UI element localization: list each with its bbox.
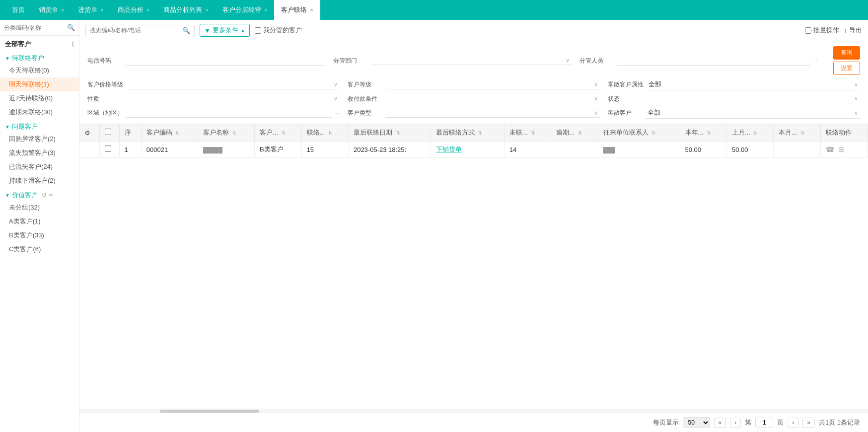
chevron-down-icon: ∨ [334,81,338,88]
collapse-icon[interactable]: 《 [69,41,74,48]
nav-purchase-order[interactable]: 进货单 × [71,0,110,20]
main-layout: 🔍 全部客户 《 ▼ 待联络客户 今天待联络(0) 明天待联络(1) 近7天待联… [0,20,868,432]
batch-op-btn[interactable]: 批量操作 [805,26,839,35]
customer-type-select[interactable]: ∨ [385,109,600,118]
filter-dept: 分管部门 ∨ [333,56,571,65]
export-btn[interactable]: ↑ 导出 [844,26,863,35]
sidebar-item-class-c[interactable]: C类客户(6) [0,242,79,256]
filter-phone: 电话号码 [87,56,325,66]
nav-product-analysis[interactable]: 商品分析 × [111,0,156,20]
search-icon[interactable]: 🔍 [182,27,190,34]
all-customers-header: 全部客户 《 [0,36,79,51]
page-number-input[interactable] [755,418,773,428]
sort-icon[interactable]: ⇅ [175,130,179,136]
close-icon[interactable]: × [310,7,313,13]
sidebar-item-repurchase-abnormal[interactable]: 回购异常客户(2) [0,132,79,146]
last-page-btn[interactable]: » [802,418,815,428]
th-code: 客户编码 ⇅ [141,124,198,142]
refresh-icon[interactable]: ↺ [42,192,47,199]
sidebar-search-input[interactable] [4,24,65,31]
close-icon[interactable]: × [146,7,149,13]
sort-icon[interactable]: ⇅ [478,130,482,136]
retail-customer-select[interactable]: 全部 ∨ [646,107,860,119]
sidebar-item-today-contact[interactable]: 今天待联络(0) [0,64,79,77]
nav-sales-order[interactable]: 销货单 × [32,0,71,20]
region-input[interactable] [126,108,332,118]
customer-value-select[interactable]: ∨ [126,80,340,89]
close-icon[interactable]: × [61,7,64,13]
search-icon[interactable]: 🔍 [67,24,75,31]
close-icon[interactable]: × [205,7,208,13]
sort-icon[interactable]: ⇅ [396,130,400,136]
nav-customer-stratify[interactable]: 客户分层经营 × [216,0,274,20]
nav-product-analysis-list[interactable]: 商品分析列表 × [156,0,215,20]
search-input[interactable] [90,27,182,34]
more-filter-btn[interactable]: ▼ 更多条件 ▲ [200,24,250,37]
content-area: 🔍 ▼ 更多条件 ▲ 我分管的客户 批量操作 ↑ 导出 [79,20,868,432]
sidebar-item-declining[interactable]: 持续下滑客户(2) [0,174,79,188]
nav-home[interactable]: 首页 [5,0,32,20]
scrollbar-thumb[interactable] [160,410,259,413]
td-unit-contact: ███ [598,142,680,158]
phone-input[interactable] [125,56,325,66]
retail-attr-select[interactable]: 全部 ∨ [647,79,860,90]
sidebar-item-churn-warning[interactable]: 流失预警客户(3) [0,146,79,160]
sort-icon[interactable]: ⇅ [800,130,804,136]
status-select[interactable]: ∨ [646,94,860,103]
payment-select[interactable]: ∨ [385,94,600,103]
my-customers-filter: 我分管的客户 [255,26,302,35]
th-overdue: 逾期... ⇅ [551,124,598,142]
td-checkbox [99,142,119,158]
edit-icon[interactable]: ✏ [49,192,54,199]
sort-icon[interactable]: ⇅ [578,130,582,136]
first-page-btn[interactable]: « [714,418,726,428]
row-checkbox[interactable] [105,145,111,152]
sort-icon[interactable]: ⇅ [282,130,286,136]
td-no: 1 [119,142,141,158]
sidebar-item-class-a[interactable]: A类客户(1) [0,215,79,228]
customer-level-select[interactable]: ∨ [385,80,600,89]
td-last-contact-date: 2023-05-23 18:25: [348,142,431,158]
filter-status: 状态 ∨ [608,94,860,103]
nav-customer-contact[interactable]: 客户联络 × [274,0,320,20]
sort-icon[interactable]: ⇅ [531,130,535,136]
arrow-down-icon: ▼ [5,124,10,130]
query-btn[interactable]: 查询 [833,46,860,60]
select-all-checkbox[interactable] [105,129,111,135]
sidebar-item-churned[interactable]: 已流失客户(24) [0,160,79,174]
next-page-btn[interactable]: › [788,418,798,428]
filter-retail-customer: 零散客户 全部 ∨ [608,107,860,119]
prev-page-btn[interactable]: ‹ [730,418,741,428]
sort-icon[interactable]: ⇅ [328,130,332,136]
settings-icon[interactable]: ⚙ [84,129,90,137]
export-icon: ↑ [844,27,848,34]
sidebar-item-class-b[interactable]: B类客户(33) [0,228,79,242]
action-icon-2[interactable]: ⊞ [838,145,844,153]
sort-icon[interactable]: ⇅ [707,130,711,136]
dept-select[interactable]: ∨ [371,56,571,65]
sidebar-item-overdue-contact[interactable]: 逾期未联络(30) [0,105,79,119]
contact-type-link[interactable]: 下销货单 [436,145,462,153]
horizontal-scrollbar[interactable] [79,409,868,413]
sidebar-item-tomorrow-contact[interactable]: 明天待联络(1) [0,77,79,91]
close-icon[interactable]: × [264,7,267,13]
table-container: ⚙ 序 客户编码 ⇅ 客户名称 ⇅ [79,124,868,409]
page-size-select[interactable]: 50 100 200 [683,417,710,428]
sidebar: 🔍 全部客户 《 ▼ 待联络客户 今天待联络(0) 明天待联络(1) 近7天待联… [0,20,79,432]
action-icon-1[interactable]: ☎ [826,145,834,153]
sort-icon[interactable]: ⇅ [753,130,757,136]
close-icon[interactable]: × [100,7,103,13]
more-icon[interactable]: ··· [813,58,817,64]
sort-icon[interactable]: ⇅ [232,130,236,136]
my-customers-checkbox[interactable] [255,27,261,34]
sidebar-item-ungrouped[interactable]: 未分组(32) [0,201,79,215]
more-icon[interactable]: ··· [335,110,340,116]
filter-panel: 电话号码 分管部门 ∨ 分管人员 ··· 查询 设置 [79,41,868,124]
sort-icon[interactable]: ⇅ [651,130,655,136]
batch-op-checkbox[interactable] [805,27,811,34]
gender-select[interactable]: ∨ [125,94,340,103]
manager-input[interactable] [617,56,810,66]
reset-btn[interactable]: 设置 [833,62,860,75]
filter-manager: 分管人员 ··· [579,56,817,66]
sidebar-item-7days-contact[interactable]: 近7天待联络(0) [0,91,79,105]
